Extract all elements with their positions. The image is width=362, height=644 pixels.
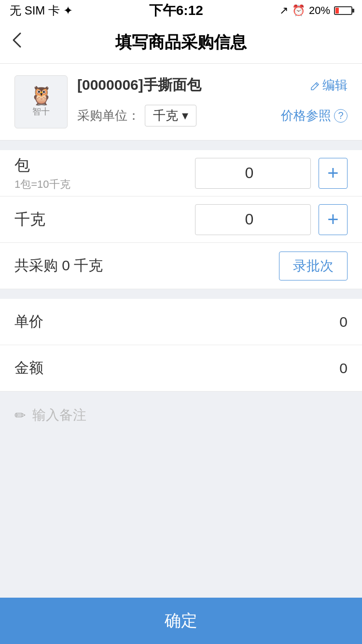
bag-label-sub: 1包=10千克 [14,177,82,192]
purchase-unit-row: 采购单位： 千克 ▾ 价格参照 ? [77,105,348,126]
confirm-button-label: 确定 [165,610,197,632]
kg-label-main: 千克 [14,209,82,230]
nav-bar: 填写商品采购信息 [0,21,362,64]
location-icon: ↗ [279,4,288,17]
battery-icon [334,6,352,15]
input-section: 包 1包=10千克 + 千克 + 共采购 0 千克 录批次 [0,150,362,289]
product-card: 🦉 智十 [0000006]手撕面包 编辑 采购单位： 千克 ▾ [0,64,362,140]
battery-percent: 20% [309,4,330,17]
section-divider-1 [0,140,362,150]
remark-section[interactable]: ✏ 输入备注 [0,392,362,488]
status-left: 无 SIM 卡 ✦ [10,3,73,18]
product-image: 🦉 [30,86,53,105]
bag-input-row: 包 1包=10千克 + [0,150,362,196]
bag-label: 包 1包=10千克 [14,155,82,192]
help-icon: ? [334,109,348,123]
kg-input-right: + [82,204,348,235]
pencil-icon: ✏ [14,407,26,423]
sim-text: 无 SIM 卡 ✦ [10,3,73,18]
status-time: 下午6:12 [149,1,203,20]
product-logo: 🦉 智十 [14,75,68,128]
purchase-unit-label: 采购单位： [77,107,140,124]
page-title: 填写商品采购信息 [115,31,247,54]
status-bar: 无 SIM 卡 ✦ 下午6:12 ↗ ⏰ 20% [0,0,362,21]
product-logo-text: 智十 [32,106,50,117]
dropdown-arrow: ▾ [182,108,188,123]
bag-quantity-input[interactable] [195,158,311,189]
price-ref-button[interactable]: 价格参照 ? [281,107,348,124]
price-section: 单价 0 金额 0 [0,299,362,392]
summary-amount: 0 [62,257,70,273]
unit-price-value: 0 [339,314,348,330]
remark-inner: ✏ 输入备注 [14,406,348,424]
summary-row: 共采购 0 千克 录批次 [0,243,362,289]
confirm-button[interactable]: 确定 [0,598,362,644]
unit-select[interactable]: 千克 ▾ [145,105,196,126]
unit-value: 千克 [153,107,178,124]
amount-row: 金额 0 [0,345,362,392]
kg-plus-button[interactable]: + [319,204,348,235]
bag-plus-button[interactable]: + [319,158,348,189]
kg-label: 千克 [14,209,82,230]
kg-quantity-input[interactable] [195,204,311,235]
kg-input-row: 千克 + [0,196,362,243]
batch-button[interactable]: 录批次 [279,252,348,280]
unit-price-label: 单价 [14,312,43,332]
section-divider-2 [0,289,362,299]
alarm-icon: ⏰ [292,4,305,17]
bag-label-main: 包 [14,155,82,176]
product-info: [0000006]手撕面包 编辑 采购单位： 千克 ▾ 价格参照 ? [77,75,348,126]
amount-value: 0 [339,360,348,377]
edit-button[interactable]: 编辑 [310,77,348,94]
remark-placeholder: 输入备注 [32,406,86,424]
back-button[interactable] [12,31,22,53]
status-right: ↗ ⏰ 20% [279,4,352,17]
bag-input-right: + [82,158,348,189]
product-name-row: [0000006]手撕面包 编辑 [77,75,348,95]
summary-text: 共采购 0 千克 [14,256,103,276]
unit-price-row: 单价 0 [0,299,362,345]
amount-label: 金额 [14,358,43,378]
product-name: [0000006]手撕面包 [77,75,201,95]
